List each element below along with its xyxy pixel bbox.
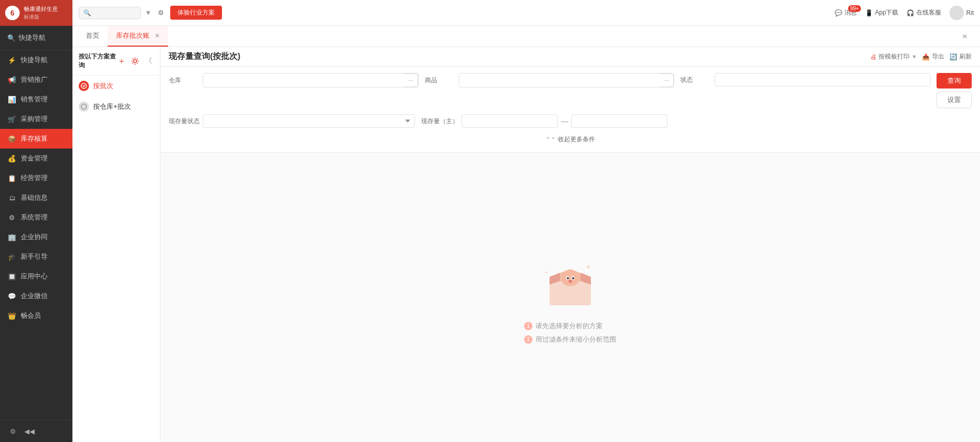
sidebar-item-sales[interactable]: 📊 销售管理 bbox=[0, 90, 72, 109]
svg-point-12 bbox=[567, 277, 569, 279]
search-menu-item[interactable]: 🔍 快捷导航 bbox=[5, 30, 67, 46]
app-name: 畅康通好生意 bbox=[24, 5, 58, 13]
sidebar-item-system[interactable]: ⚙ 系统管理 bbox=[0, 208, 72, 227]
purchase-icon: 🛒 bbox=[7, 114, 17, 124]
marketing-label: 营销推广 bbox=[21, 75, 48, 84]
empty-state: ✦ ✦ 1 请先选择要分析的方案 2 用过滤条件来缩小分析范围 bbox=[160, 153, 980, 442]
close-all-tabs-icon[interactable]: ✕ bbox=[955, 27, 975, 46]
sidebar-item-guide[interactable]: 🎓 新手引导 bbox=[0, 247, 72, 267]
topbar-right: 💬 消息 99+ 📱 App下载 🎧 在线客服 Rit bbox=[835, 6, 974, 20]
print-btn[interactable]: 🖨 按模板打印 ▼ bbox=[870, 52, 917, 61]
topbar: 🔍 ▼ ⚙ 体验行业方案 💬 消息 99+ 📱 App下载 🎧 在线客服 bbox=[72, 0, 980, 26]
warehouse-dots-btn[interactable]: ··· bbox=[404, 73, 418, 87]
system-icon: ⚙ bbox=[7, 213, 17, 222]
page-title: 现存量查询(按批次) bbox=[169, 51, 241, 62]
sidebar-item-enterprise[interactable]: 🏢 企业协同 bbox=[0, 227, 72, 247]
guide-label: 新手引导 bbox=[21, 252, 48, 261]
stock-main-dash: — bbox=[561, 117, 568, 125]
sidebar-item-appstore[interactable]: 🔲 应用中心 bbox=[0, 267, 72, 286]
empty-hint-1: 1 请先选择要分析的方案 bbox=[524, 321, 616, 331]
topbar-settings-icon[interactable]: ⚙ bbox=[156, 8, 166, 18]
export-label: 导出 bbox=[932, 52, 944, 61]
svg-point-7 bbox=[561, 270, 580, 286]
message-item[interactable]: 💬 消息 99+ bbox=[835, 8, 857, 17]
stock-main-to-input[interactable] bbox=[571, 114, 667, 128]
stock-main-from-input[interactable] bbox=[462, 114, 558, 128]
refresh-btn[interactable]: 🔄 刷新 bbox=[949, 52, 972, 61]
enterprise-label: 企业协同 bbox=[21, 232, 48, 242]
goods-dots-btn[interactable]: ··· bbox=[660, 73, 674, 87]
experience-btn[interactable]: 体验行业方案 bbox=[170, 6, 222, 20]
sidebar-item-inventory[interactable]: 📦 库存核算 bbox=[0, 129, 72, 149]
sidebar-search-section[interactable]: 🔍 快捷导航 bbox=[0, 26, 72, 50]
scheme-icon-by-batch bbox=[79, 81, 89, 91]
settings-footer-icon[interactable]: ⚙ bbox=[7, 425, 19, 437]
sidebar-item-operations[interactable]: 📋 经营管理 bbox=[0, 168, 72, 188]
scheme-item-by-batch[interactable]: 按批次 bbox=[72, 76, 160, 96]
warehouse-input[interactable] bbox=[203, 73, 404, 87]
stock-status-label: 现存量状态 bbox=[169, 117, 200, 126]
status-select[interactable] bbox=[715, 73, 930, 86]
hint-text-2: 用过滤条件来缩小分析范围 bbox=[536, 335, 616, 344]
print-dropdown-icon[interactable]: ▼ bbox=[912, 54, 917, 60]
sidebar-item-member[interactable]: 👑 畅会员 bbox=[0, 306, 72, 326]
tab-inventory-batch[interactable]: 库存批次账 ✕ bbox=[108, 26, 168, 47]
left-panel-header: 按以下方案查询 ＋ 《 bbox=[72, 47, 160, 76]
collapse-filter-btn[interactable]: ⌃⌃ 收起更多条件 bbox=[541, 133, 599, 146]
sidebar-item-shortcuts[interactable]: ⚡ 快捷导航 bbox=[0, 50, 72, 70]
filter-action-buttons: 查询 设置 bbox=[937, 73, 972, 108]
operations-icon: 📋 bbox=[7, 173, 17, 183]
sidebar-header: 6 畅康通好生意 标准版 bbox=[0, 0, 72, 26]
sidebar-item-purchase[interactable]: 🛒 采购管理 bbox=[0, 109, 72, 129]
app-version: 标准版 bbox=[24, 13, 58, 21]
member-label: 畅会员 bbox=[21, 311, 41, 320]
left-panel-actions: ＋ 《 bbox=[116, 56, 154, 66]
add-scheme-btn[interactable]: ＋ bbox=[116, 56, 127, 66]
collapse-panel-btn[interactable]: 《 bbox=[143, 56, 154, 66]
search-menu-label: 快捷导航 bbox=[19, 33, 46, 42]
sidebar-item-wechat[interactable]: 💬 企业微信 bbox=[0, 286, 72, 306]
topbar-search-box[interactable]: 🔍 bbox=[79, 7, 141, 19]
app-download-item[interactable]: 📱 App下载 bbox=[865, 8, 898, 17]
finance-icon: 💰 bbox=[7, 154, 17, 163]
scheme-item-by-warehouse-batch[interactable]: 按仓库+批次 bbox=[72, 96, 160, 117]
scheme-icon-by-warehouse-batch bbox=[79, 101, 89, 112]
goods-filter: 商品 ··· bbox=[425, 73, 675, 87]
member-icon: 👑 bbox=[7, 311, 17, 320]
svg-text:✦: ✦ bbox=[586, 263, 591, 271]
export-btn[interactable]: 📤 导出 bbox=[922, 52, 944, 61]
sidebar-item-finance[interactable]: 💰 资金管理 bbox=[0, 149, 72, 168]
stock-main-filter: 现存量（主） — bbox=[421, 114, 667, 128]
topbar-search-input[interactable] bbox=[93, 9, 135, 17]
stock-status-select[interactable] bbox=[203, 115, 414, 127]
topbar-dropdown-icon[interactable]: ▼ bbox=[145, 9, 152, 17]
enterprise-icon: 🏢 bbox=[7, 232, 17, 242]
collapse-up-icon: ⌃⌃ bbox=[545, 136, 556, 143]
marketing-icon: 📢 bbox=[7, 75, 17, 84]
online-service-label: 在线客服 bbox=[916, 8, 941, 17]
collapse-sidebar-icon[interactable]: ◀◀ bbox=[24, 425, 35, 437]
sales-icon: 📊 bbox=[7, 95, 17, 104]
refresh-label: 刷新 bbox=[959, 52, 972, 61]
settings-button[interactable]: 设置 bbox=[937, 92, 972, 108]
goods-filter-label: 商品 bbox=[425, 76, 456, 85]
main-content: 🔍 ▼ ⚙ 体验行业方案 💬 消息 99+ 📱 App下载 🎧 在线客服 bbox=[72, 0, 980, 442]
guide-icon: 🎓 bbox=[7, 252, 17, 261]
tab-close-icon[interactable]: ✕ bbox=[155, 32, 160, 39]
settings-scheme-btn[interactable] bbox=[130, 56, 140, 66]
query-button[interactable]: 查询 bbox=[937, 73, 972, 89]
goods-input[interactable] bbox=[459, 73, 660, 87]
finance-label: 资金管理 bbox=[21, 154, 48, 163]
sidebar-item-basic[interactable]: 🗂 基础信息 bbox=[0, 188, 72, 208]
scheme-label-by-batch: 按批次 bbox=[93, 81, 113, 91]
wechat-label: 企业微信 bbox=[21, 291, 48, 301]
tab-home[interactable]: 首页 bbox=[78, 26, 108, 47]
sidebar-item-marketing[interactable]: 📢 营销推广 bbox=[0, 70, 72, 90]
stock-main-label: 现存量（主） bbox=[421, 117, 458, 126]
user-item[interactable]: Rit bbox=[949, 6, 974, 20]
online-service-item[interactable]: 🎧 在线客服 bbox=[907, 8, 941, 17]
appstore-icon: 🔲 bbox=[7, 272, 17, 281]
goods-input-wrapper: ··· bbox=[459, 73, 675, 87]
print-icon: 🖨 bbox=[870, 53, 877, 61]
inventory-label: 库存核算 bbox=[21, 134, 48, 143]
